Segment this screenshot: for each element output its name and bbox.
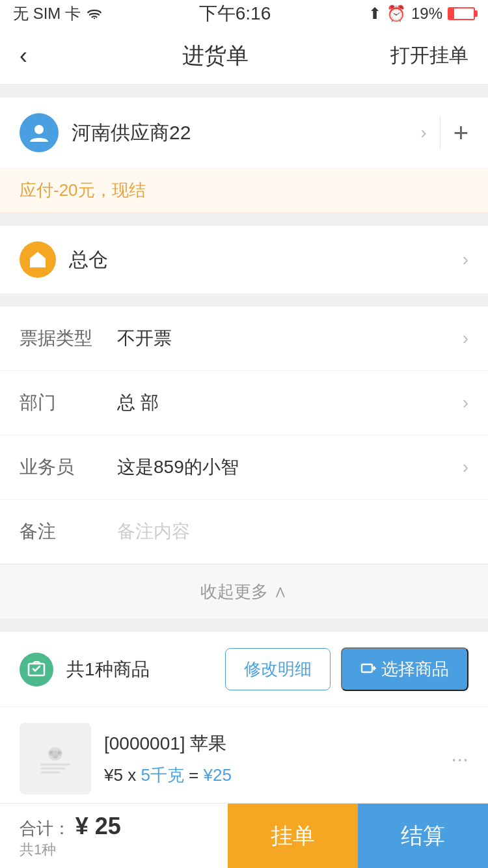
total-amount: ¥ 25 (75, 813, 121, 839)
product-item: [0000001] 苹果 ¥5 x 5千克 = ¥25 ··· (0, 707, 488, 811)
salesperson-label: 业务员 (20, 455, 111, 480)
warehouse-name: 总仓 (69, 247, 456, 273)
page-title: 进货单 (40, 41, 390, 71)
supplier-section: 河南供应商22 › + 应付-20元，现结 (0, 98, 488, 213)
product-name: [0000001] 苹果 (104, 731, 438, 756)
product-thumb-icon (36, 739, 75, 778)
warehouse-section: 总仓 › (0, 226, 488, 293)
svg-rect-10 (41, 768, 66, 770)
person-icon (27, 121, 51, 144)
svg-point-15 (58, 752, 61, 755)
form-row-invoice[interactable]: 票据类型 不开票 › (0, 306, 488, 371)
total-label: 合计： (20, 819, 70, 838)
section-divider-2 (0, 213, 488, 226)
invoice-label: 票据类型 (20, 326, 111, 351)
total-count: 共1种 (20, 840, 208, 860)
nav-bar: ‹ 进货单 打开挂单 (0, 27, 488, 85)
svg-point-0 (94, 18, 95, 19)
warehouse-row[interactable]: 总仓 › (0, 226, 488, 293)
remark-value[interactable]: 备注内容 (111, 519, 468, 544)
product-title: 苹果 (190, 733, 226, 753)
product-thumbnail (20, 723, 91, 794)
products-section: 共1种商品 修改明细 选择商品 (0, 632, 488, 811)
section-divider-1 (0, 85, 488, 98)
quantity: 5千克 (141, 765, 183, 785)
hang-button[interactable]: 挂单 (228, 804, 358, 869)
form-row-salesperson[interactable]: 业务员 这是859的小智 › (0, 435, 488, 500)
status-right: ⬆ ⏰ 19% (368, 5, 475, 23)
notice-bar: 应付-20元，现结 (0, 169, 488, 213)
collapse-more-button[interactable]: 收起更多 ∧ (0, 564, 488, 619)
svg-point-1 (34, 125, 44, 134)
checkout-button[interactable]: 结算 (358, 804, 488, 869)
select-product-label: 选择商品 (381, 658, 449, 681)
products-count: 共1种商品 (66, 657, 225, 682)
supplier-avatar (20, 113, 59, 152)
supplier-row[interactable]: 河南供应商22 › + (0, 98, 488, 169)
total-row: 合计： ¥ 25 (20, 813, 208, 840)
form-row-remark[interactable]: 备注 备注内容 (0, 500, 488, 564)
section-divider-3 (0, 293, 488, 306)
wifi-icon (87, 8, 102, 19)
battery-icon (448, 7, 475, 20)
status-bar: 无 SIM 卡 下午6:16 ⬆ ⏰ 19% (0, 0, 488, 27)
unit-price: ¥5 (104, 765, 123, 785)
product-price: ¥5 x 5千克 = ¥25 (104, 764, 438, 787)
supplier-name: 河南供应商22 (72, 120, 414, 146)
invoice-value: 不开票 (111, 326, 456, 351)
supplier-chevron-icon: › (420, 122, 426, 143)
status-time: 下午6:16 (199, 1, 271, 26)
remark-label: 备注 (20, 519, 111, 544)
svg-point-14 (50, 752, 53, 755)
product-info: [0000001] 苹果 ¥5 x 5千克 = ¥25 (104, 731, 438, 787)
total-section: 合计： ¥ 25 共1种 (0, 813, 228, 860)
svg-rect-4 (362, 664, 372, 672)
form-section: 票据类型 不开票 › 部门 总 部 › 业务员 这是859的小智 › 备注 备注… (0, 306, 488, 564)
bottom-bar: 合计： ¥ 25 共1种 挂单 结算 (0, 803, 488, 868)
salesperson-chevron-icon: › (463, 457, 468, 478)
carrier-text: 无 SIM 卡 (13, 3, 81, 24)
department-chevron-icon: › (463, 392, 468, 413)
equals-sign: = (189, 765, 203, 785)
svg-rect-11 (41, 772, 61, 774)
products-icon (20, 653, 53, 686)
product-id: [0000001] (104, 733, 185, 753)
battery-percent: 19% (411, 5, 442, 23)
back-button[interactable]: ‹ (20, 42, 40, 70)
salesperson-value: 这是859的小智 (111, 455, 456, 480)
vertical-divider (440, 116, 441, 149)
department-value: 总 部 (111, 390, 456, 415)
form-row-department[interactable]: 部门 总 部 › (0, 371, 488, 435)
products-header: 共1种商品 修改明细 选择商品 (0, 632, 488, 707)
invoice-chevron-icon: › (463, 328, 468, 349)
warehouse-icon (20, 241, 56, 278)
select-product-button[interactable]: 选择商品 (341, 647, 468, 691)
add-button[interactable]: + (454, 118, 468, 148)
alarm-icon: ⏰ (386, 5, 406, 23)
location-icon: ⬆ (368, 5, 381, 23)
cart-icon (27, 660, 46, 679)
product-more-button[interactable]: ··· (438, 747, 468, 771)
department-label: 部门 (20, 390, 111, 415)
multiply-sign: x (128, 765, 141, 785)
select-product-icon (360, 662, 376, 677)
warehouse-chevron-icon: › (463, 249, 468, 270)
status-left: 无 SIM 卡 (13, 3, 102, 24)
svg-rect-2 (35, 262, 40, 267)
edit-detail-button[interactable]: 修改明细 (225, 648, 331, 690)
total-price: ¥25 (204, 765, 232, 785)
open-hang-button[interactable]: 打开挂单 (390, 42, 468, 69)
home-icon (27, 249, 48, 270)
svg-rect-9 (41, 764, 70, 766)
